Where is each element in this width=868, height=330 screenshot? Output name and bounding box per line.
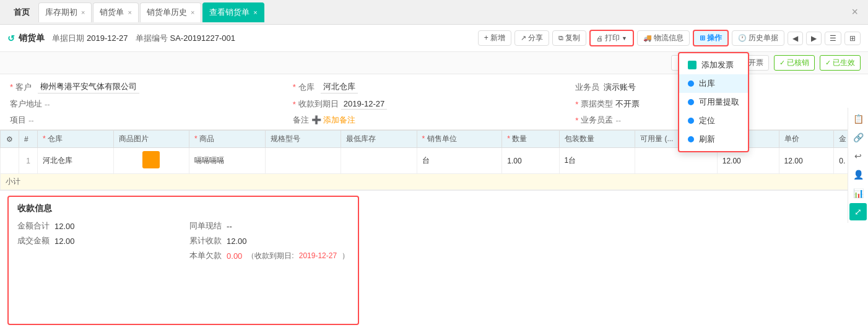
close-icon[interactable]: × — [191, 9, 194, 16]
note-field: 备注 ➕ 添加备注 — [293, 115, 576, 126]
deal-amount-field: 成交金额 12.00 — [17, 235, 177, 246]
tab-bar: 首页 库存期初 × 销货单 × 销货单历史 × 查看销货单 × × — [0, 0, 868, 25]
project-field: 项目 -- — [10, 115, 293, 126]
close-icon[interactable]: × — [81, 9, 85, 16]
col-warehouse: * 仓库 — [38, 131, 114, 148]
cell-quantity: 1.00 — [502, 148, 559, 174]
dropdown-item-locate[interactable]: 定位 — [679, 111, 748, 130]
effective-button[interactable]: ✓ 已生效 — [820, 55, 861, 71]
tab-home[interactable]: 首页 — [5, 2, 38, 22]
cell-num: 1 — [19, 148, 38, 174]
circle-icon — [688, 118, 694, 124]
right-icon-6[interactable]: ⤢ — [849, 203, 867, 220]
subtotal-row: 小计 — [1, 174, 868, 190]
copy-icon: ⧉ — [558, 34, 563, 42]
check-icon: ✓ — [779, 59, 785, 67]
dropdown-item-add-invoice[interactable]: 添加发票 — [679, 56, 748, 74]
doc-title: ↺ 销货单 — [7, 33, 45, 44]
toolbar-actions: + 新增 ↗ 分享 ⧉ 复制 🖨 打印 ▼ 🚚 物流信息 ⊞ 操作 — [478, 30, 861, 46]
col-gear: ⚙ — [1, 131, 19, 148]
col-min-stock: 最低库存 — [341, 131, 417, 148]
main-toolbar: ↺ 销货单 单据日期 2019-12-27 单据编号 SA-20191227-0… — [0, 25, 868, 52]
required-star: * — [293, 82, 296, 92]
right-icon-1[interactable]: 📋 — [849, 110, 867, 128]
circle-icon — [688, 80, 694, 87]
checked-button[interactable]: ✓ 已核销 — [774, 55, 815, 71]
col-pack-qty: 包装数量 — [559, 131, 635, 148]
logistics-button[interactable]: 🚚 物流信息 — [637, 30, 690, 46]
same-order-field: 同单现结 -- — [189, 220, 349, 232]
receipt-info-panel: 收款信息 金额合计 12.00 同单现结 -- 成交金额 12.00 累计收款 … — [7, 196, 359, 325]
share-icon: ↗ — [521, 34, 526, 42]
history-icon: 🕐 — [738, 34, 747, 42]
effective-icon: ✓ — [825, 59, 831, 67]
cell-unit-price: 12.00 — [779, 148, 834, 174]
view-list-button[interactable]: ☰ — [825, 32, 841, 45]
right-icon-5[interactable]: 📊 — [849, 185, 867, 202]
plus-icon: ➕ — [311, 115, 321, 124]
cell-pack-qty: 1台 — [559, 148, 635, 174]
receipt-fields: 金额合计 12.00 同单现结 -- 成交金额 12.00 累计收款 12.00 — [17, 220, 349, 261]
doc-icon: ↺ — [7, 33, 15, 43]
print-button[interactable]: 🖨 打印 ▼ — [589, 30, 634, 46]
nav-next-button[interactable]: ▶ — [806, 32, 822, 45]
doc-number-field: 单据编号 SA-20191227-001 — [136, 33, 236, 44]
required-star: * — [10, 82, 13, 92]
col-quantity: * 数量 — [502, 131, 559, 148]
close-icon[interactable]: × — [128, 9, 131, 16]
cell-min-stock — [341, 148, 417, 174]
tab-sales-history[interactable]: 销货单历史 × — [140, 2, 201, 22]
customer-field: * 客户 柳州粤港平安气体有限公司 — [10, 80, 293, 93]
history-button[interactable]: 🕐 历史单据 — [732, 30, 784, 46]
col-unit-price: 单价 — [779, 131, 834, 148]
circle-icon — [688, 99, 694, 105]
operations-button[interactable]: ⊞ 操作 — [693, 30, 729, 46]
cell-spec — [265, 148, 341, 174]
warehouse-field: * 仓库 河北仓库 — [293, 80, 576, 93]
payment-date-field: * 收款到期日 2019-12-27 — [293, 98, 576, 110]
global-close-button[interactable]: × — [846, 6, 863, 19]
circle-icon — [688, 136, 694, 142]
add-note-button[interactable]: ➕ 添加备注 — [311, 115, 356, 126]
dropdown-item-outbound[interactable]: 出库 — [679, 74, 748, 93]
share-button[interactable]: ↗ 分享 — [514, 30, 549, 46]
new-button[interactable]: + 新增 — [478, 30, 511, 46]
cell-sales-unit: 台 — [417, 148, 502, 174]
total-received-field: 累计收款 12.00 — [189, 235, 349, 246]
operations-dropdown: 添加发票 出库 可用量提取 定位 刷新 — [678, 52, 749, 152]
dropdown-arrow-icon: ▼ — [622, 35, 627, 41]
view-grid-button[interactable]: ⊞ — [844, 32, 861, 45]
cell-warehouse: 河北仓库 — [38, 148, 114, 174]
dropdown-item-refresh[interactable]: 刷新 — [679, 130, 748, 149]
operations-icon: ⊞ — [700, 34, 705, 42]
right-icon-2[interactable]: 🔗 — [849, 129, 867, 146]
logistics-icon: 🚚 — [643, 34, 652, 42]
bottom-panel: 收款信息 金额合计 12.00 同单现结 -- 成交金额 12.00 累计收款 … — [0, 190, 868, 330]
amount-total-field: 金额合计 12.00 — [17, 220, 177, 232]
required-star: * — [575, 116, 578, 125]
required-star: * — [575, 100, 578, 109]
cell-product-img — [113, 148, 189, 174]
tab-sales-order[interactable]: 销货单 × — [93, 2, 138, 22]
doc-date-field: 单据日期 2019-12-27 — [52, 33, 128, 44]
tab-view-sales[interactable]: 查看销货单 × — [202, 2, 264, 22]
tab-inventory-open[interactable]: 库存期初 × — [38, 2, 92, 22]
cell-product: 嗝嗝嗝嗝 — [189, 148, 266, 174]
doc-info: ↺ 销货单 单据日期 2019-12-27 单据编号 SA-20191227-0… — [7, 33, 235, 44]
required-star: * — [293, 100, 296, 109]
col-num: # — [19, 131, 38, 148]
main-area: ↺ 销货单 单据日期 2019-12-27 单据编号 SA-20191227-0… — [0, 25, 868, 330]
nav-prev-button[interactable]: ◀ — [788, 32, 803, 45]
right-icon-4[interactable]: 👤 — [849, 166, 867, 183]
copy-button[interactable]: ⧉ 复制 — [552, 30, 586, 46]
col-sales-unit: * 销售单位 — [417, 131, 502, 148]
col-product-img: 商品图片 — [113, 131, 189, 148]
address-field: 客户地址 -- — [10, 98, 293, 110]
col-spec: 规格型号 — [265, 131, 341, 148]
right-icon-3[interactable]: ↩ — [849, 147, 867, 165]
col-product: * 商品 — [189, 131, 266, 148]
outstanding-field: 本单欠款 0.00 （收款到期日: 2019-12-27 ） — [189, 250, 349, 261]
close-icon[interactable]: × — [253, 9, 257, 16]
dropdown-item-available-qty[interactable]: 可用量提取 — [679, 93, 748, 111]
right-icon-panel: 📋 🔗 ↩ 👤 📊 ⤢ — [848, 108, 868, 223]
